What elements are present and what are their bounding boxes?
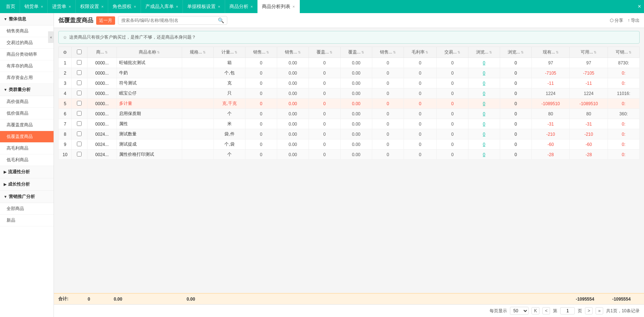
browse-link[interactable]: 0: [483, 142, 486, 147]
sidebar-collapse-button[interactable]: «: [48, 31, 54, 43]
unit-column-header[interactable]: 计量...⇅: [213, 47, 245, 58]
browse-link[interactable]: 0: [483, 132, 486, 137]
row-checkbox[interactable]: [77, 111, 82, 116]
sidebar-item-low-value[interactable]: 低价值商品: [0, 108, 54, 119]
row-checkbox-cell[interactable]: [72, 88, 87, 99]
row-checkbox-cell[interactable]: [72, 109, 87, 119]
close-icon[interactable]: ×: [68, 4, 71, 9]
sales3-column-header[interactable]: 销售...⇅: [372, 47, 404, 58]
row-checkbox[interactable]: [77, 131, 82, 136]
close-icon[interactable]: ×: [176, 4, 178, 9]
row-checkbox-cell[interactable]: [72, 99, 87, 109]
row-checkbox-cell[interactable]: [72, 119, 87, 129]
row-checkbox-cell[interactable]: [72, 58, 87, 68]
sidebar-item-category-rate[interactable]: 商品分类动销率: [0, 49, 54, 60]
gross-margin-column-header[interactable]: 毛利率⇅: [404, 47, 436, 58]
period-button[interactable]: 近一月: [96, 16, 115, 25]
close-icon[interactable]: ×: [292, 4, 295, 9]
row-checkbox-cell[interactable]: [72, 78, 87, 88]
nav-sales-order[interactable]: 销货单 ×: [20, 0, 48, 13]
sidebar-item-new-products[interactable]: 新品: [0, 215, 54, 226]
first-page-button[interactable]: K: [531, 307, 539, 314]
row-checkbox[interactable]: [77, 60, 82, 65]
name-column-header[interactable]: 商品名称⇅: [117, 47, 182, 58]
sellable-column-header[interactable]: 可销...⇅: [608, 47, 639, 58]
sidebar-item-stocked-goods[interactable]: 有库存的商品: [0, 60, 54, 72]
page-number-input[interactable]: [560, 307, 575, 314]
transaction-column-header[interactable]: 交易...⇅: [436, 47, 468, 58]
sidebar-item-low-margin[interactable]: 低毛利商品: [0, 154, 54, 166]
browse1-cell[interactable]: 0: [468, 68, 500, 78]
row-checkbox[interactable]: [77, 121, 82, 126]
browse1-cell[interactable]: 0: [468, 109, 500, 119]
sidebar-section-growth[interactable]: ▶ 成长性分析: [0, 178, 54, 191]
sidebar-item-low-coverage[interactable]: 低覆盖度商品: [0, 131, 54, 143]
browse-link[interactable]: 0: [483, 60, 486, 66]
browse-link[interactable]: 0: [483, 81, 486, 86]
row-checkbox[interactable]: [77, 142, 82, 146]
sidebar-item-inventory-capital[interactable]: 库存资金占用: [0, 72, 54, 84]
page-size-select[interactable]: 20 50 100: [510, 307, 529, 315]
row-checkbox-cell[interactable]: [72, 150, 87, 160]
browse1-cell[interactable]: 0: [468, 129, 500, 139]
sales-count-column-header[interactable]: 销售...⇅: [245, 47, 277, 58]
close-icon[interactable]: ×: [251, 4, 253, 9]
settings-column-header[interactable]: ⚙: [59, 47, 72, 58]
nav-product-analysis-list[interactable]: 商品分析列表 ×: [258, 0, 299, 13]
browse-link[interactable]: 0: [483, 91, 486, 96]
export-button[interactable]: ↑ 导出: [628, 17, 640, 24]
sidebar-item-high-margin[interactable]: 高毛利商品: [0, 143, 54, 154]
row-checkbox[interactable]: [77, 91, 82, 95]
sidebar-item-traded-goods[interactable]: 交易过的商品: [0, 37, 54, 49]
browse1-cell[interactable]: 0: [468, 139, 500, 150]
browse-link[interactable]: 0: [483, 101, 486, 106]
close-all-button[interactable]: ×: [638, 3, 641, 10]
sidebar-item-high-coverage[interactable]: 高覆盖度商品: [0, 119, 54, 131]
search-input[interactable]: [121, 18, 218, 23]
close-icon[interactable]: ×: [218, 4, 220, 9]
browse1-cell[interactable]: 0: [468, 78, 500, 88]
sidebar-item-all-goods[interactable]: 全部商品: [0, 203, 54, 215]
spec-column-header[interactable]: 规格...⇅: [182, 47, 213, 58]
row-checkbox[interactable]: [77, 152, 82, 156]
select-all-checkbox[interactable]: [77, 49, 82, 54]
nav-permissions[interactable]: 权限设置 ×: [76, 0, 108, 13]
last-page-button[interactable]: »: [596, 307, 603, 314]
next-page-button[interactable]: >: [585, 307, 593, 314]
browse1-cell[interactable]: 0: [468, 99, 500, 109]
browse-link[interactable]: 0: [483, 71, 486, 76]
sidebar-section-liquidity[interactable]: ▶ 流通性分析: [0, 166, 54, 178]
sidebar-section-marketing[interactable]: ▼ 营销推广分析: [0, 191, 54, 203]
row-checkbox-cell[interactable]: [72, 68, 87, 78]
available-stock-column-header[interactable]: 可用...⇅: [570, 47, 608, 58]
coverage1-column-header[interactable]: 覆盖...⇅: [309, 47, 340, 58]
browse2-column-header[interactable]: 浏览...⇅: [500, 47, 531, 58]
prev-page-button[interactable]: <: [542, 307, 550, 314]
row-checkbox-cell[interactable]: [72, 129, 87, 139]
code-column-header[interactable]: 商...⇅: [87, 47, 117, 58]
nav-template-settings[interactable]: 单据模板设置 ×: [183, 0, 225, 13]
close-icon[interactable]: ×: [41, 4, 43, 9]
browse1-cell[interactable]: 0: [468, 88, 500, 99]
share-button[interactable]: ⬡ 分享: [610, 17, 623, 24]
sidebar-item-high-value[interactable]: 高价值商品: [0, 96, 54, 108]
nav-role-auth[interactable]: 角色授权 ×: [108, 0, 141, 13]
browse1-column-header[interactable]: 浏览...⇅: [468, 47, 500, 58]
browse1-cell[interactable]: 0: [468, 150, 500, 160]
sidebar-section-cluster-analysis[interactable]: ▼ 类群量分析: [0, 84, 54, 96]
browse-link[interactable]: 0: [483, 111, 486, 116]
sidebar-item-sales-goods[interactable]: 销售类商品: [0, 25, 54, 37]
browse-link[interactable]: 0: [483, 122, 486, 127]
row-checkbox[interactable]: [77, 70, 82, 75]
nav-purchase-order[interactable]: 进货单 ×: [48, 0, 75, 13]
nav-product-analysis[interactable]: 商品分析 ×: [225, 0, 258, 13]
sales-amt-column-header[interactable]: 销售...⇅: [277, 47, 309, 58]
browse-link[interactable]: 0: [483, 152, 486, 157]
close-icon[interactable]: ×: [134, 4, 136, 9]
close-icon[interactable]: ×: [101, 4, 103, 9]
browse1-cell[interactable]: 0: [468, 119, 500, 129]
coverage2-column-header[interactable]: 覆盖...⇅: [340, 47, 372, 58]
nav-home[interactable]: 首页: [1, 0, 20, 13]
row-checkbox[interactable]: [77, 80, 82, 85]
browse1-cell[interactable]: 0: [468, 58, 500, 68]
